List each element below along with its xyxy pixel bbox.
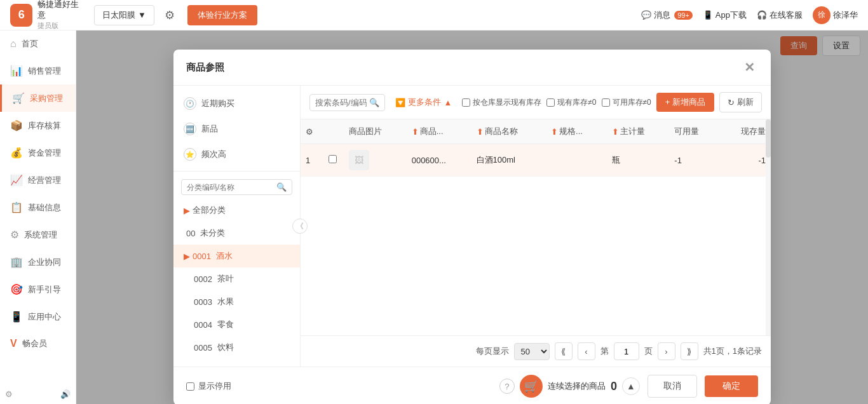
purchase-icon: 🛒 (12, 92, 25, 104)
sidebar: ⌂ 首页 📊 销售管理 🛒 采购管理 📦 库存核算 💰 资金管理 📈 经营管理 … (0, 30, 76, 404)
page-input[interactable] (614, 342, 639, 360)
operations-icon: 📈 (10, 174, 23, 186)
modal-body: 🕐 近期购买 🆕 新品 ⭐ 频次高 🔍 (173, 86, 771, 367)
category-00[interactable]: 00 未分类 (173, 222, 300, 245)
product-thumbnail: 🖼 (349, 150, 369, 170)
left-panel: 🕐 近期购买 🆕 新品 ⭐ 频次高 🔍 (173, 86, 301, 367)
sidebar-item-purchase[interactable]: 🛒 采购管理 (0, 84, 76, 112)
refresh-btn[interactable]: ↻ 刷新 (719, 92, 762, 112)
notification-item[interactable]: 💬 消息 99+ (641, 10, 693, 21)
logo-area: 6 畅捷通好生意 捷员版 (10, 0, 86, 30)
category-all[interactable]: ▶ 全部分类 (173, 199, 300, 222)
col-name[interactable]: ⬆ 商品名称 (471, 119, 546, 144)
add-product-btn[interactable]: + 新增商品 (656, 93, 714, 112)
sidebar-item-label: 基础信息 (28, 202, 61, 213)
sidebar-item-basic-info[interactable]: 📋 基础信息 (0, 194, 76, 221)
col-image: 商品图片 (344, 119, 407, 144)
sort-icon: ⬆ (612, 127, 619, 137)
stock-checkbox-label[interactable]: 现有库存≠0 (546, 97, 596, 108)
scrollbar[interactable] (766, 119, 771, 335)
volume-icon[interactable]: 🔊 (60, 389, 71, 399)
category-0004[interactable]: 0004 零食 (173, 313, 300, 336)
confirm-btn[interactable]: 确定 (705, 375, 758, 397)
product-search-box: 🔍 (309, 94, 385, 111)
warehouse-checkbox[interactable] (462, 98, 470, 107)
next-page-btn[interactable]: › (658, 342, 675, 360)
experience-btn[interactable]: 体验行业方案 (187, 5, 257, 25)
prev-page-btn[interactable]: ‹ (578, 342, 595, 360)
show-disabled-label[interactable]: 显示停用 (186, 380, 231, 392)
gear-icon[interactable]: ⚙ (159, 5, 180, 25)
page-size-select[interactable]: 50 10 20 100 (514, 343, 550, 360)
sidebar-item-label: 系统管理 (24, 229, 57, 241)
sidebar-item-inventory[interactable]: 📦 库存核算 (0, 112, 76, 139)
app-download-item[interactable]: 📱 App下载 (703, 10, 747, 21)
filter-btn[interactable]: 🔽 更多条件 ▲ (390, 93, 457, 111)
sidebar-item-sales[interactable]: 📊 销售管理 (0, 57, 76, 84)
new-products-item[interactable]: 🆕 新品 (173, 116, 300, 142)
sidebar-item-enterprise[interactable]: 🏢 企业协同 (0, 248, 76, 276)
cell-name: 白酒100ml (471, 144, 546, 177)
category-search-box: 🔍 (181, 179, 292, 195)
apps-icon: 📱 (10, 311, 23, 323)
sidebar-item-operations[interactable]: 📈 经营管理 (0, 166, 76, 194)
user-item[interactable]: 徐 徐泽华 (813, 6, 858, 24)
close-icon[interactable]: ✕ (740, 58, 758, 76)
recent-purchase-item[interactable]: 🕐 近期购买 (173, 91, 300, 116)
refresh-icon: ↻ (728, 98, 735, 107)
col-settings[interactable]: ⚙ (301, 119, 323, 144)
available-checkbox-label[interactable]: 可用库存≠0 (602, 97, 651, 108)
warehouse-checkbox-label[interactable]: 按仓库显示现有库存 (462, 97, 541, 108)
sidebar-item-label: 首页 (22, 38, 38, 50)
sidebar-item-label: 新手引导 (28, 284, 61, 295)
cell-available: -1 (669, 144, 720, 177)
table-row[interactable]: 1 🖼 000600... (301, 144, 771, 177)
category-0008[interactable]: 0008 水 (173, 359, 300, 361)
sidebar-item-system[interactable]: ⚙ 系统管理 (0, 221, 76, 248)
right-panel: 🔍 🔽 更多条件 ▲ 按仓库显示现有库存 (301, 86, 771, 367)
collapse-up-btn[interactable]: ▲ (622, 377, 640, 395)
help-icon[interactable]: ? (499, 379, 515, 394)
category-0005[interactable]: 0005 饮料 (173, 336, 300, 359)
sidebar-item-guide[interactable]: 🎯 新手引导 (0, 276, 76, 303)
cell-image: 🖼 (344, 144, 407, 177)
available-checkbox[interactable] (602, 98, 610, 107)
row-checkbox[interactable] (329, 155, 337, 163)
col-unit[interactable]: ⬆ 主计量 (607, 119, 670, 144)
page-label: 第 (600, 346, 609, 357)
cart-count: 0 (611, 380, 617, 393)
product-search-input[interactable] (315, 98, 367, 107)
sidebar-item-finance[interactable]: 💰 资金管理 (0, 139, 76, 166)
enterprise-icon: 🏢 (10, 256, 23, 268)
cell-index: 1 (301, 144, 323, 177)
category-0003[interactable]: 0003 水果 (173, 290, 300, 313)
last-page-btn[interactable]: ⟫ (681, 342, 698, 360)
cell-checkbox[interactable] (323, 144, 344, 177)
sidebar-item-apps[interactable]: 📱 应用中心 (0, 303, 76, 330)
category-0001[interactable]: ▶ 0001 酒水 (173, 245, 300, 267)
sidebar-item-home[interactable]: ⌂ 首页 (0, 30, 76, 57)
category-0002[interactable]: 0002 茶叶 (173, 267, 300, 290)
guide-icon: 🎯 (10, 283, 23, 295)
scrollbar-thumb[interactable] (766, 119, 771, 158)
sidebar-item-label: 企业协同 (28, 257, 61, 268)
nav-selector[interactable]: 日太阳膜 ▼ (94, 5, 154, 25)
sidebar-item-member[interactable]: V 畅会员 (0, 330, 76, 357)
col-checkbox (323, 119, 344, 144)
cart-btn[interactable]: 🛒 (520, 375, 543, 398)
online-service-item[interactable]: 🎧 在线客服 (757, 10, 803, 21)
category-list: ▶ 全部分类 00 未分类 ▶ 0001 酒水 (173, 199, 300, 361)
stock-checkbox[interactable] (546, 98, 555, 107)
category-search-input[interactable] (187, 183, 274, 192)
search-icon[interactable]: 🔍 (276, 182, 287, 192)
frequent-item[interactable]: ⭐ 频次高 (173, 142, 300, 167)
settings-bottom-icon[interactable]: ⚙ (5, 389, 13, 399)
member-icon: V (10, 338, 17, 349)
search-icon[interactable]: 🔍 (369, 98, 379, 107)
show-disabled-checkbox[interactable] (186, 382, 194, 391)
cancel-btn[interactable]: 取消 (648, 375, 697, 398)
cart-label: 连续选择的商品 (548, 380, 606, 392)
first-page-btn[interactable]: ⟪ (555, 342, 573, 360)
col-spec[interactable]: ⬆ 规格... (546, 119, 607, 144)
col-code[interactable]: ⬆ 商品... (407, 119, 471, 144)
